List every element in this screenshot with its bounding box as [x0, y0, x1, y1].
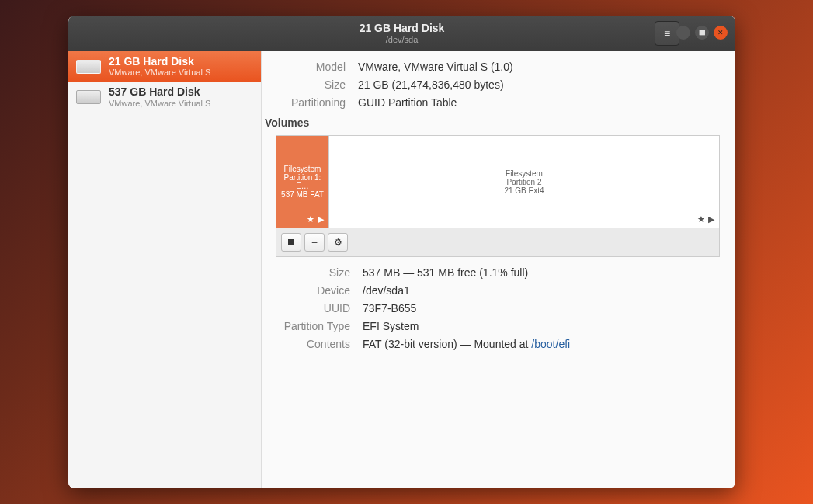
disk-title: 537 GB Hard Disk	[109, 86, 210, 98]
hamburger-icon: ≡	[664, 27, 670, 40]
row-psize: Size 537 MB — 531 MB free (1.1% full)	[262, 266, 720, 279]
disk-text: 21 GB Hard Disk VMware, VMware Virtual S	[109, 56, 210, 77]
disk-sub: VMware, VMware Virtual S	[109, 99, 210, 108]
window-subtitle: /dev/sda	[360, 35, 445, 44]
stop-icon	[288, 239, 294, 245]
minus-icon: –	[312, 237, 318, 248]
label-pcontents: Contents	[262, 338, 350, 350]
value-pcontents: FAT (32-bit version) — Mounted at /boot/…	[363, 338, 570, 350]
row-pcontents: Contents FAT (32-bit version) — Mounted …	[262, 338, 720, 350]
row-puuid: UUID 73F7-B655	[262, 302, 720, 315]
label-model: Model	[262, 61, 346, 73]
disk-title: 21 GB Hard Disk	[109, 56, 210, 68]
star-icon: ★	[307, 214, 314, 224]
value-ptype: EFI System	[363, 320, 419, 332]
label-size: Size	[262, 78, 346, 91]
partition-details: Size 537 MB — 531 MB free (1.1% full) De…	[262, 266, 720, 350]
minimize-button[interactable]: –	[676, 26, 690, 40]
vol-line: Partition 2	[506, 178, 541, 186]
vol-line: Filesystem	[506, 169, 543, 178]
label-ptype: Partition Type	[262, 320, 350, 332]
volume-partition-2[interactable]: Filesystem Partition 2 21 GB Ext4 ★ ▶	[329, 136, 719, 228]
play-icon: ▶	[318, 214, 324, 224]
close-icon: ✕	[717, 29, 724, 36]
row-partitioning: Partitioning GUID Partition Table	[262, 96, 720, 109]
star-icon: ★	[697, 214, 705, 224]
unmount-button[interactable]	[281, 233, 301, 252]
row-model: Model VMware, VMware Virtual S (1.0)	[262, 61, 720, 73]
disks-window: 21 GB Hard Disk /dev/sda ≡ – ⬜ ✕ 21 GB H…	[68, 16, 735, 488]
contents-text: FAT (32-bit version) — Mounted at	[363, 338, 531, 350]
value-model: VMware, VMware Virtual S (1.0)	[358, 61, 513, 73]
disk-text: 537 GB Hard Disk VMware, VMware Virtual …	[109, 86, 210, 107]
volume-strip: Filesystem Partition 1: E… 537 MB FAT ★ …	[276, 135, 720, 228]
disk-list-item[interactable]: 21 GB Hard Disk VMware, VMware Virtual S	[68, 51, 261, 82]
vol-line: 21 GB Ext4	[504, 186, 544, 195]
disk-sub: VMware, VMware Virtual S	[109, 68, 210, 77]
titlebar-center: 21 GB Hard Disk /dev/sda	[360, 23, 445, 43]
main-pane: Model VMware, VMware Virtual S (1.0) Siz…	[262, 51, 735, 488]
row-ptype: Partition Type EFI System	[262, 320, 720, 332]
partition-options-button[interactable]: ⚙	[328, 233, 348, 252]
minimize-icon: –	[681, 29, 685, 36]
volume-partition-1[interactable]: Filesystem Partition 1: E… 537 MB FAT ★ …	[276, 136, 329, 228]
vol-line: Filesystem	[284, 165, 321, 173]
close-button[interactable]: ✕	[714, 26, 728, 40]
row-size: Size 21 GB (21,474,836,480 bytes)	[262, 78, 720, 91]
window-title: 21 GB Hard Disk	[360, 23, 445, 34]
value-partitioning: GUID Partition Table	[358, 96, 457, 109]
delete-partition-button[interactable]: –	[304, 233, 325, 252]
value-size: 21 GB (21,474,836,480 bytes)	[358, 78, 504, 91]
vol-line: Partition 1: E…	[280, 173, 325, 190]
hard-disk-icon	[76, 60, 101, 74]
volumes-heading: Volumes	[265, 116, 720, 129]
vol-indicators: ★ ▶	[307, 214, 324, 224]
play-icon: ▶	[708, 214, 714, 224]
label-psize: Size	[262, 266, 350, 279]
row-pdevice: Device /dev/sda1	[262, 284, 720, 297]
vol-line: 537 MB FAT	[281, 190, 324, 199]
disk-list-item[interactable]: 537 GB Hard Disk VMware, VMware Virtual …	[68, 82, 261, 112]
value-psize: 537 MB — 531 MB free (1.1% full)	[363, 266, 528, 279]
disk-list-sidebar: 21 GB Hard Disk VMware, VMware Virtual S…	[68, 51, 262, 488]
value-puuid: 73F7-B655	[363, 302, 416, 315]
volume-toolbar: – ⚙	[276, 228, 720, 257]
content: 21 GB Hard Disk VMware, VMware Virtual S…	[68, 51, 735, 488]
window-controls: – ⬜ ✕	[676, 26, 728, 40]
gear-icon: ⚙	[334, 237, 342, 248]
label-puuid: UUID	[262, 302, 350, 315]
maximize-icon: ⬜	[699, 30, 706, 36]
value-pdevice: /dev/sda1	[363, 284, 410, 297]
maximize-button[interactable]: ⬜	[695, 26, 709, 40]
mount-point-link[interactable]: /boot/efi	[531, 338, 570, 350]
hard-disk-icon	[76, 90, 101, 104]
vol-indicators: ★ ▶	[697, 214, 714, 224]
label-partitioning: Partitioning	[262, 96, 346, 109]
titlebar: 21 GB Hard Disk /dev/sda ≡ – ⬜ ✕	[68, 16, 735, 51]
label-pdevice: Device	[262, 284, 350, 297]
